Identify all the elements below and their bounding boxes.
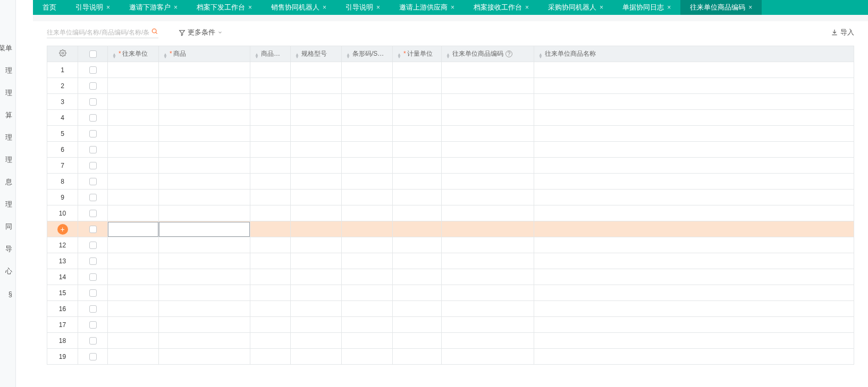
- cell[interactable]: [108, 62, 159, 78]
- cell[interactable]: [108, 190, 159, 205]
- cell[interactable]: [393, 158, 442, 174]
- cell[interactable]: [534, 205, 854, 221]
- cell[interactable]: [291, 221, 342, 237]
- cell[interactable]: [342, 221, 393, 237]
- cell[interactable]: [250, 253, 291, 269]
- cell[interactable]: [291, 269, 342, 285]
- cell[interactable]: [534, 301, 854, 317]
- row-checkbox[interactable]: [89, 98, 97, 106]
- cell[interactable]: [291, 190, 342, 205]
- cell[interactable]: [442, 142, 534, 158]
- cell[interactable]: [534, 221, 854, 237]
- tab-6[interactable]: 邀请上游供应商×: [390, 0, 464, 15]
- cell[interactable]: [291, 78, 342, 94]
- cell[interactable]: [342, 237, 393, 253]
- cell[interactable]: [159, 333, 250, 349]
- row-checkbox[interactable]: [89, 82, 97, 90]
- settings-header[interactable]: [47, 46, 78, 62]
- sidebar-item-2[interactable]: 理: [0, 82, 15, 104]
- cell[interactable]: [159, 205, 250, 221]
- col-uname[interactable]: ▲▼往来单位商品名称: [534, 46, 854, 62]
- tab-10[interactable]: 往来单位商品编码×: [680, 0, 762, 15]
- cell[interactable]: [159, 237, 250, 253]
- cell[interactable]: [442, 78, 534, 94]
- cell[interactable]: [534, 349, 854, 365]
- help-icon[interactable]: ?: [505, 50, 512, 57]
- col-spec[interactable]: ▲▼规格型号: [291, 46, 342, 62]
- cell[interactable]: [534, 333, 854, 349]
- cell[interactable]: [108, 349, 159, 365]
- cell[interactable]: [108, 78, 159, 94]
- cell[interactable]: [342, 142, 393, 158]
- cell[interactable]: [442, 190, 534, 205]
- tab-7[interactable]: 档案接收工作台×: [464, 0, 538, 15]
- cell[interactable]: [250, 349, 291, 365]
- cell[interactable]: [342, 205, 393, 221]
- cell[interactable]: [442, 269, 534, 285]
- cell[interactable]: [291, 317, 342, 333]
- row-checkbox[interactable]: [89, 130, 97, 137]
- select-all-checkbox[interactable]: [89, 50, 97, 58]
- sidebar-item-5[interactable]: 理: [0, 149, 15, 171]
- tab-3[interactable]: 档案下发工作台×: [187, 0, 262, 15]
- cell[interactable]: [159, 142, 250, 158]
- cell[interactable]: [291, 174, 342, 190]
- cell[interactable]: [342, 110, 393, 126]
- cell[interactable]: [159, 269, 250, 285]
- cell[interactable]: [108, 142, 159, 158]
- cell[interactable]: [159, 221, 250, 237]
- cell[interactable]: [291, 142, 342, 158]
- cell[interactable]: [534, 285, 854, 301]
- cell[interactable]: [393, 253, 442, 269]
- cell[interactable]: [291, 349, 342, 365]
- export-button[interactable]: 导入: [831, 28, 854, 37]
- cell[interactable]: [393, 269, 442, 285]
- row-checkbox[interactable]: [89, 242, 97, 249]
- cell[interactable]: [534, 174, 854, 190]
- cell[interactable]: [159, 62, 250, 78]
- cell[interactable]: [250, 301, 291, 317]
- cell[interactable]: [250, 317, 291, 333]
- cell[interactable]: [442, 253, 534, 269]
- cell[interactable]: [393, 317, 442, 333]
- col-gcat[interactable]: ▲▼商品…: [250, 46, 291, 62]
- cell[interactable]: [291, 110, 342, 126]
- close-icon[interactable]: ×: [451, 4, 454, 11]
- unit-input[interactable]: [108, 222, 158, 237]
- cell[interactable]: [250, 158, 291, 174]
- col-goods[interactable]: ▲▼*商品: [159, 46, 250, 62]
- cell[interactable]: [534, 317, 854, 333]
- cell[interactable]: [250, 126, 291, 142]
- sidebar-item-9[interactable]: 导: [0, 238, 15, 260]
- search-box[interactable]: [47, 27, 158, 38]
- sidebar-item-10[interactable]: 心: [0, 260, 15, 282]
- sidebar-item-1[interactable]: 理: [0, 59, 15, 82]
- row-checkbox[interactable]: [89, 321, 97, 329]
- cell[interactable]: [250, 333, 291, 349]
- cell[interactable]: [342, 94, 393, 110]
- cell[interactable]: [342, 333, 393, 349]
- cell[interactable]: [108, 110, 159, 126]
- row-checkbox[interactable]: [89, 289, 97, 297]
- add-row-button[interactable]: +: [57, 224, 68, 235]
- cell[interactable]: [108, 237, 159, 253]
- cell[interactable]: [442, 221, 534, 237]
- cell[interactable]: [159, 126, 250, 142]
- cell[interactable]: [250, 205, 291, 221]
- cell[interactable]: [108, 126, 159, 142]
- cell[interactable]: [534, 78, 854, 94]
- cell[interactable]: [291, 333, 342, 349]
- cell[interactable]: [108, 301, 159, 317]
- row-checkbox[interactable]: [89, 162, 97, 169]
- cell[interactable]: [291, 62, 342, 78]
- cell[interactable]: [250, 237, 291, 253]
- sidebar-item-11[interactable]: §: [0, 282, 15, 305]
- cell[interactable]: [342, 253, 393, 269]
- row-checkbox[interactable]: [89, 353, 97, 360]
- cell[interactable]: [159, 301, 250, 317]
- select-all-header[interactable]: [78, 46, 108, 62]
- cell[interactable]: [393, 126, 442, 142]
- cell[interactable]: [291, 253, 342, 269]
- cell[interactable]: [442, 94, 534, 110]
- tab-1[interactable]: 引导说明×: [66, 0, 120, 15]
